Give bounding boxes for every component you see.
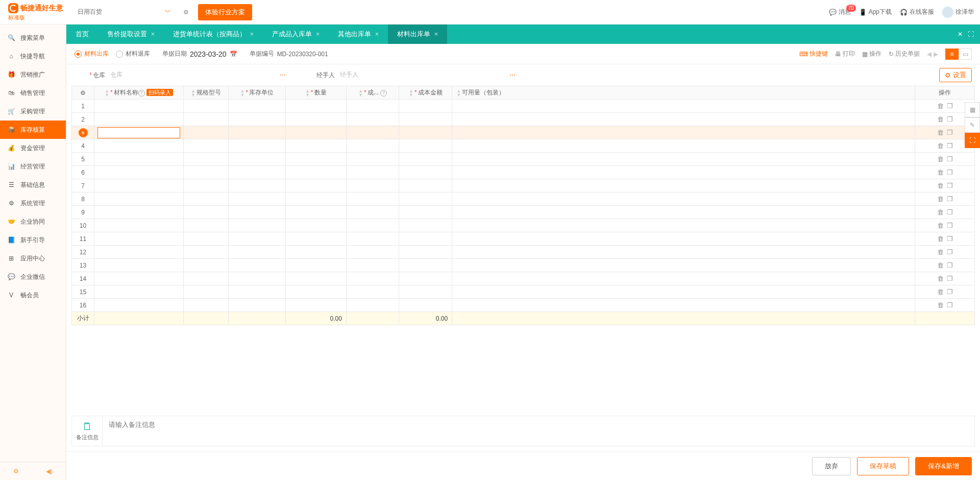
scan-button[interactable]: 扫码录入 (146, 89, 173, 96)
app-download-link[interactable]: 📱 App下载 (859, 8, 892, 16)
radio-material-return[interactable]: 材料退库 (116, 50, 150, 58)
tab-close-icon[interactable]: ✕ (958, 31, 963, 38)
sidebar-item-6[interactable]: 💰资金管理 (0, 139, 66, 157)
table-row[interactable]: 2🗑❐ (72, 113, 975, 126)
sidebar-item-2[interactable]: 🎁营销推广 (0, 65, 66, 84)
remark-tab[interactable]: 🗒 备注信息 (72, 416, 103, 446)
table-row[interactable]: 14🗑❐ (72, 272, 975, 285)
footer-collapse-icon[interactable]: ◀) (46, 468, 53, 475)
th-spec[interactable]: ▲▼规格型号 (184, 86, 229, 100)
remark-input[interactable] (103, 416, 974, 446)
tab-close-icon[interactable]: × (250, 31, 254, 38)
delete-row-icon[interactable]: 🗑 (937, 222, 944, 229)
tab-2[interactable]: 进货单统计表（按商品）× (164, 25, 263, 44)
history-button[interactable]: ↻历史单据 (889, 50, 920, 58)
handler-picker-icon[interactable]: ⋯ (509, 71, 517, 79)
category-select[interactable]: 日用百货 ﹀ (74, 5, 176, 20)
table-row[interactable]: 4🗑❐ (72, 139, 975, 153)
delete-row-icon[interactable]: 🗑 (937, 195, 944, 203)
sidebar-item-11[interactable]: 📘新手引导 (0, 231, 66, 249)
copy-row-icon[interactable]: ❐ (947, 115, 953, 123)
float-item-1[interactable]: ▦ (965, 102, 980, 117)
copy-row-icon[interactable]: ❐ (947, 222, 953, 229)
print-button[interactable]: 🖶打印 (835, 50, 855, 58)
sidebar-item-1[interactable]: ⌂快捷导航 (0, 47, 66, 65)
tab-1[interactable]: 售价提取设置× (98, 25, 164, 44)
copy-row-icon[interactable]: ❐ (947, 129, 953, 136)
sidebar-item-8[interactable]: ☰基础信息 (0, 176, 66, 194)
delete-row-icon[interactable]: 🗑 (937, 248, 944, 256)
th-cost[interactable]: ▲▼*成... ? (346, 86, 399, 100)
copy-row-icon[interactable]: ❐ (947, 235, 953, 243)
table-row[interactable]: 7🗑❐ (72, 179, 975, 193)
float-item-3[interactable]: ⛶ (965, 133, 980, 148)
tab-close-icon[interactable]: × (375, 31, 379, 38)
delete-row-icon[interactable]: 🗑 (937, 261, 944, 269)
add-row-icon[interactable]: + (79, 128, 88, 137)
user-menu[interactable]: 徐泽华 (942, 7, 974, 18)
tab-5[interactable]: 材料出库单× (388, 25, 447, 44)
delete-row-icon[interactable]: 🗑 (937, 142, 944, 150)
date-value[interactable]: 2023-03-20 (190, 50, 227, 58)
copy-row-icon[interactable]: ❐ (947, 288, 953, 296)
tab-close-icon[interactable]: × (151, 31, 155, 38)
table-row[interactable]: 8🗑❐ (72, 193, 975, 206)
copy-row-icon[interactable]: ❐ (947, 169, 953, 176)
table-row[interactable]: 10🗑❐ (72, 219, 975, 232)
delete-row-icon[interactable]: 🗑 (937, 182, 944, 189)
radio-material-out[interactable]: 材料出库 (75, 50, 109, 58)
sidebar-item-12[interactable]: ⊞应用中心 (0, 249, 66, 268)
float-item-2[interactable]: ✎ (965, 117, 980, 133)
copy-row-icon[interactable]: ❐ (947, 182, 953, 189)
table-row[interactable]: 12🗑❐ (72, 246, 975, 259)
copy-row-icon[interactable]: ❐ (947, 142, 953, 150)
sidebar-item-13[interactable]: 💬企业微信 (0, 268, 66, 286)
settings-gear-icon[interactable]: ⚙ (179, 5, 193, 19)
delete-row-icon[interactable]: 🗑 (937, 102, 944, 110)
tab-close-icon[interactable]: × (316, 31, 320, 38)
delete-row-icon[interactable]: 🗑 (937, 155, 944, 163)
sidebar-item-7[interactable]: 📊经营管理 (0, 157, 66, 176)
delete-row-icon[interactable]: 🗑 (937, 208, 944, 216)
save-draft-button[interactable]: 保存草稿 (857, 457, 909, 475)
delete-row-icon[interactable]: 🗑 (937, 301, 944, 309)
shortcut-button[interactable]: ⌨快捷键 (799, 50, 828, 58)
copy-row-icon[interactable]: ❐ (947, 261, 953, 269)
th-amount[interactable]: ▲▼*成本金额 (399, 86, 452, 100)
sidebar-item-9[interactable]: ⚙系统管理 (0, 194, 66, 212)
tab-close-icon[interactable]: × (434, 31, 438, 38)
sidebar-item-14[interactable]: V畅会员 (0, 286, 66, 304)
copy-row-icon[interactable]: ❐ (947, 301, 953, 309)
tab-expand-icon[interactable]: ⛶ (968, 31, 974, 38)
sidebar-item-5[interactable]: 📦库存核算 (0, 121, 66, 139)
cta-button[interactable]: 体验行业方案 (198, 4, 252, 20)
sidebar-item-10[interactable]: 🤝企业协同 (0, 212, 66, 231)
next-doc-icon[interactable]: ▶ (934, 51, 938, 58)
sidebar-item-4[interactable]: 🛒采购管理 (0, 102, 66, 121)
table-row[interactable]: 16🗑❐ (72, 299, 975, 312)
copy-row-icon[interactable]: ❐ (947, 248, 953, 256)
messages-link[interactable]: 💬 消息 70 (829, 8, 851, 16)
warehouse-input[interactable]: 仓库 ⋯ (110, 68, 289, 82)
footer-gear-icon[interactable]: ⚙ (13, 468, 19, 475)
sidebar-item-3[interactable]: 🛍销售管理 (0, 84, 66, 102)
handler-input[interactable]: 经手人 ⋯ (340, 68, 519, 82)
tab-0[interactable]: 首页 (66, 25, 98, 44)
th-available[interactable]: ▲▼可用量（包装） (452, 86, 915, 100)
warehouse-picker-icon[interactable]: ⋯ (280, 71, 287, 79)
table-row[interactable]: 9🗑❐ (72, 206, 975, 219)
copy-row-icon[interactable]: ❐ (947, 275, 953, 282)
copy-row-icon[interactable]: ❐ (947, 102, 953, 110)
table-row[interactable]: 5🗑❐ (72, 153, 975, 166)
th-unit[interactable]: ▲▼*库存单位 (229, 86, 285, 100)
delete-row-icon[interactable]: 🗑 (937, 235, 944, 243)
delete-row-icon[interactable]: 🗑 (937, 275, 944, 282)
copy-row-icon[interactable]: ❐ (947, 155, 953, 163)
sidebar-item-0[interactable]: 🔍搜索菜单 (0, 29, 66, 47)
table-row[interactable]: +🗑❐ (72, 126, 975, 139)
copy-row-icon[interactable]: ❐ (947, 208, 953, 216)
th-material-name[interactable]: ▲▼*材料名称? 扫码录入 (94, 86, 184, 100)
tab-4[interactable]: 其他出库单× (329, 25, 388, 44)
save-new-button[interactable]: 保存&新增 (915, 457, 972, 475)
settings-button[interactable]: ⚙设置 (939, 68, 972, 82)
